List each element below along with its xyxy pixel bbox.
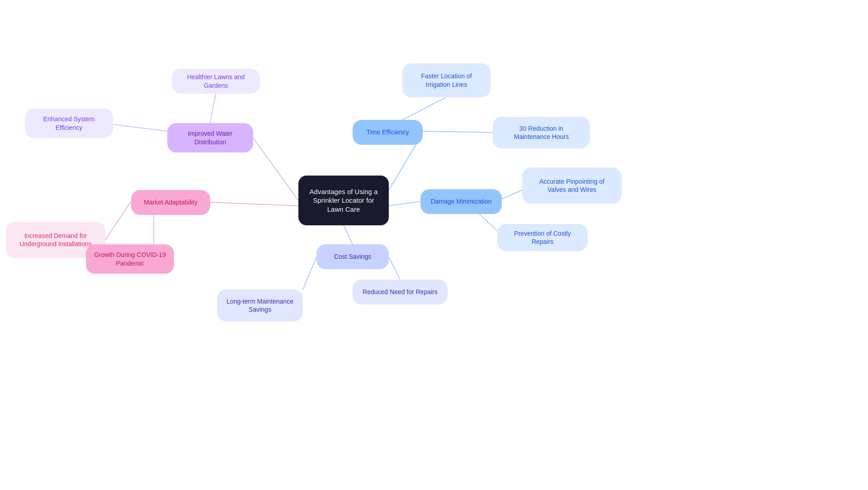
node-time: Time Efficiency	[353, 120, 423, 145]
svg-line-10	[502, 190, 522, 199]
node-cost: Cost Savings	[316, 244, 389, 269]
node-efficiency: Enhanced System Efficiency	[25, 109, 113, 138]
damage-label: Damage Minimization	[431, 197, 492, 205]
svg-line-7	[398, 97, 446, 122]
svg-line-14	[389, 257, 400, 280]
node-market: Market Adaptability	[131, 190, 210, 215]
node-reduction: 30 Reduction in Maintenance Hours	[493, 117, 590, 148]
svg-line-13	[303, 257, 316, 290]
longterm-label: Long-term Maintenance Savings	[225, 297, 295, 314]
faster-label: Faster Location of Irrigation Lines	[410, 72, 482, 88]
prevention-label: Prevention of Costly Repairs	[505, 229, 580, 246]
center-label: Advantages of Using a Sprinkler Locator …	[307, 187, 381, 214]
water-label: Improved Water Distribution	[175, 129, 245, 146]
node-faster: Faster Location of Irrigation Lines	[402, 63, 491, 97]
node-accurate: Accurate Pinpointing of Valves and Wires	[522, 167, 622, 204]
demand-label: Increased Demand for Underground Install…	[14, 232, 97, 248]
node-prevention: Prevention of Costly Repairs	[497, 224, 588, 251]
lawns-label: Healthier Lawns and Gardens	[180, 73, 252, 89]
node-longterm: Long-term Maintenance Savings	[217, 290, 303, 321]
node-covid: Growth During COVID-19 Pandemic	[86, 244, 174, 274]
center-node: Advantages of Using a Sprinkler Locator …	[298, 176, 389, 225]
market-label: Market Adaptability	[144, 198, 197, 206]
reduction-label: 30 Reduction in Maintenance Hours	[501, 124, 582, 141]
efficiency-label: Enhanced System Efficiency	[33, 115, 105, 131]
cost-label: Cost Savings	[334, 252, 371, 261]
time-label: Time Efficiency	[366, 128, 409, 136]
node-lawns: Healthier Lawns and Gardens	[172, 69, 260, 94]
svg-line-9	[389, 201, 420, 206]
svg-line-4	[105, 201, 131, 240]
svg-line-1	[210, 94, 216, 123]
svg-line-3	[210, 202, 298, 206]
accurate-label: Accurate Pinpointing of Valves and Wires	[530, 177, 613, 194]
node-water: Improved Water Distribution	[167, 123, 253, 152]
svg-line-12	[344, 225, 353, 244]
svg-line-0	[253, 138, 298, 200]
svg-line-11	[479, 214, 497, 231]
covid-label: Growth During COVID-19 Pandemic	[94, 251, 166, 267]
svg-line-8	[423, 131, 493, 133]
reduced-label: Reduced Need for Repairs	[363, 288, 438, 296]
node-reduced: Reduced Need for Repairs	[353, 280, 448, 304]
node-damage: Damage Minimization	[420, 189, 502, 214]
svg-line-2	[113, 124, 167, 131]
mind-map: Advantages of Using a Sprinkler Locator …	[0, 0, 868, 490]
